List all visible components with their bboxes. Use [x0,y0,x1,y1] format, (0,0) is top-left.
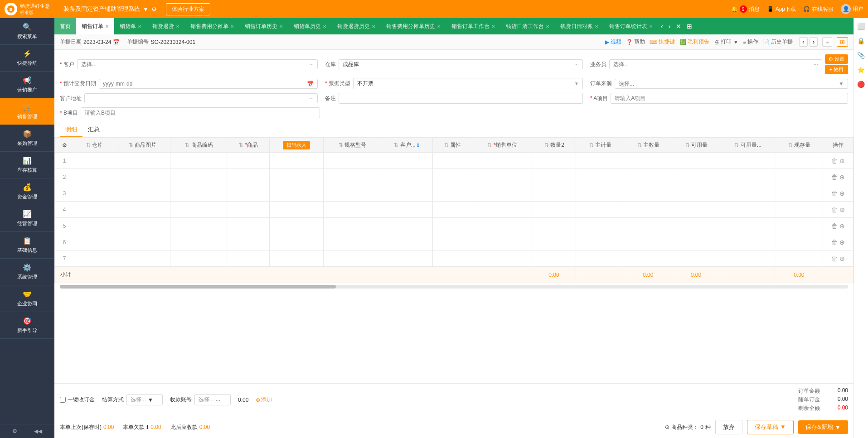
tab-sales-stats-close[interactable]: ✕ [649,24,653,29]
col-main-uom[interactable]: ⇅ 主计量 [576,138,624,153]
col-product[interactable]: ⇅ *商品 [227,138,270,153]
tab-workstation[interactable]: 销售订单工作台 ✕ [446,18,500,34]
toolbar-view[interactable]: ▶ 视频 [605,38,621,46]
row-1-copy-icon[interactable]: ⊕ [839,157,845,164]
tab-fee-split[interactable]: 销售费用分摊单 ✕ [185,18,239,34]
tab-summary[interactable]: 汇总 [82,123,105,137]
row-1-spec[interactable] [324,153,380,169]
calendar-icon[interactable]: 📅 [113,39,120,45]
tab-sales-refund[interactable]: 销货退货 ✕ [147,18,185,34]
nav-prev-btn[interactable]: ‹ [799,37,807,47]
tab-prev-btn[interactable]: ‹ [658,23,666,30]
row-1-main-uom[interactable] [576,153,624,169]
row-1-qty2[interactable] [532,153,576,169]
tab-fee-history-close[interactable]: ✕ [437,24,441,29]
payment-method-select[interactable]: 选择... ▼ [126,394,163,405]
date-picker-icon[interactable]: 📅 [307,81,314,87]
row-3-actions[interactable]: 🗑⊕ [823,185,853,202]
sidebar-item-finance[interactable]: 💰 资金管理 [0,178,54,205]
customer-more-icon[interactable]: ··· [309,61,314,67]
tab-return-history[interactable]: 销货单历史 ✕ [288,18,332,34]
address-input[interactable] [88,95,307,101]
tab-cash-reconcile-close[interactable]: ✕ [595,24,598,29]
tab-sales-return-close[interactable]: ✕ [138,24,141,29]
app-download-item[interactable]: 📱 App下载 [767,5,796,13]
row-1-delete-icon[interactable]: 🗑 [831,157,838,164]
right-tool-orange[interactable]: 🔴 [855,78,868,91]
col-product-code[interactable]: ⇅ 商品编码 [170,138,227,153]
row-1-warehouse[interactable] [74,153,114,169]
goods-icon[interactable]: ⊙ [665,424,669,430]
staff-input[interactable] [613,61,812,67]
right-tool-star[interactable]: ⭐ [855,63,868,76]
row-5-copy-icon[interactable]: ⊕ [839,222,845,230]
tab-workstation-close[interactable]: ✕ [491,24,495,29]
staff-more-icon[interactable]: ··· [814,61,818,67]
sidebar-item-system[interactable]: ⚙️ 系统管理 [0,259,54,285]
col-available2[interactable]: ⇅ 可用量... [720,138,775,153]
payment-add-btn[interactable]: ⊕ 添加 [256,396,272,404]
sidebar-item-search[interactable]: 🔍 搜索菜单 [0,18,54,45]
row-1-product-code[interactable] [170,153,227,169]
user-item[interactable]: 👤 用户 [841,4,863,14]
address-more-icon[interactable]: ··· [309,95,314,101]
invoice-type-select[interactable]: 不开票 ▼ [353,78,583,89]
save-new-arrow[interactable]: ▼ [835,424,841,431]
row-1-available2[interactable] [720,153,775,169]
delivery-date-wrapper[interactable]: 📅 [99,79,318,89]
tab-next-btn[interactable]: › [666,23,674,30]
row-1-customer-code[interactable] [380,153,432,169]
toolbar-profit[interactable]: 💹 毛利预告 [679,38,709,46]
tab-sales-stats[interactable]: 销售订单统计表 ✕ [604,18,658,34]
sidebar-item-enterprise[interactable]: 🤝 企业协同 [0,285,54,312]
row-1-main-qty[interactable] [624,153,672,169]
tab-cash-daily[interactable]: 钱货日清工作台 ✕ [500,18,555,34]
order-source-input[interactable] [619,81,837,87]
toolbar-print[interactable]: 🖨 打印 ▼ [714,38,738,46]
row-3-delete-icon[interactable]: 🗑 [831,190,838,197]
warehouse-input-wrapper[interactable]: ··· [339,59,583,69]
save-new-btn[interactable]: 保存&新增 ▼ [798,420,848,434]
tab-refund-history-close[interactable]: ✕ [372,24,375,29]
account-select[interactable]: 选择... ··· [194,394,231,405]
industry-btn[interactable]: 体验行业方案 [166,3,210,15]
row-5-delete-icon[interactable]: 🗑 [831,222,838,230]
tab-cash-reconcile[interactable]: 钱货日清对账 ✕ [555,18,604,34]
delivery-date-input[interactable] [103,81,305,87]
row-7-delete-icon[interactable]: 🗑 [831,255,838,262]
settings-icon[interactable]: ⚙ [151,6,157,13]
col-sales-unit[interactable]: ⇅ *销售单位 [472,138,532,153]
row-7-actions[interactable]: 🗑⊕ [823,250,853,267]
tab-sales-refund-close[interactable]: ✕ [176,24,179,29]
dropdown-icon[interactable]: ▼ [143,6,149,13]
sidebar-item-inventory[interactable]: 📊 库存核算 [0,152,54,178]
row-1-current-stock[interactable] [775,153,823,169]
row-4-delete-icon[interactable]: 🗑 [831,206,838,213]
row-1-available[interactable] [672,153,720,169]
save-draft-btn[interactable]: 保存草稿 ▼ [747,420,794,434]
tab-fee-split-close[interactable]: ✕ [230,24,234,29]
row-1-product[interactable] [227,153,270,169]
toolbar-help[interactable]: ❓ 帮助 [626,38,645,46]
order-source-wrapper[interactable]: ▼ [615,79,848,89]
remark-input[interactable] [339,93,583,104]
col-settings[interactable]: ⚙ [55,138,74,153]
sidebar-collapse-icon[interactable]: ◀◀ [34,428,42,434]
customer-input[interactable] [81,61,307,67]
toolbar-shortcut[interactable]: ⌨ 快捷键 [650,38,675,46]
customer-input-wrapper[interactable]: ··· [77,59,318,69]
tab-fee-history[interactable]: 销售费用分摊单历史 ✕ [381,18,446,34]
date-value[interactable]: 2023-03-24 [83,39,111,45]
warehouse-input[interactable] [343,61,572,67]
right-tool-copy[interactable]: ⬜ [855,20,868,33]
tab-return-history-close[interactable]: ✕ [323,24,326,29]
right-tool-lock[interactable]: 🔒 [855,34,868,47]
one-click-checkbox-input[interactable] [60,397,66,403]
col-product-img[interactable]: ⇅ 商品图片 [114,138,170,153]
sidebar-item-operation[interactable]: 📈 经营管理 [0,205,54,232]
col-warehouse[interactable]: ⇅ 仓库 [74,138,114,153]
add-material-btn[interactable]: + 物料 [825,65,848,74]
current-owe-icon[interactable]: ℹ [146,424,149,430]
col-scan[interactable]: 扫码录入 [270,138,324,153]
right-tool-attach[interactable]: 📎 [855,49,868,62]
